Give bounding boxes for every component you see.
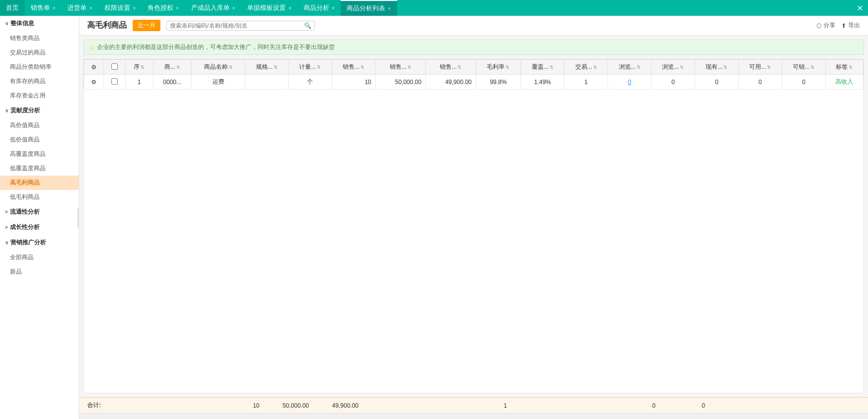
share-button[interactable]: ⬡ 分享 [817,21,835,30]
table-cell[interactable] [104,75,125,90]
col-header-checkbox[interactable] [104,60,125,75]
footer-sales-profit: 49,900.00 [319,402,358,409]
col-header-trade[interactable]: 交易...⇅ [564,60,608,75]
sidebar-item-交易过的商品[interactable]: 交易过的商品 [0,46,79,60]
export-button[interactable]: ⬆ 导出 [841,21,860,30]
info-text: 企业的主要的利润都是这部分商品创造的，可考虑加大推广，同时关注库存是不要出现缺货 [97,43,335,51]
search-input[interactable] [170,22,302,29]
nav-item-首页[interactable]: 首页 [0,0,25,16]
sidebar-item-高毛利商品[interactable]: 高毛利商品 [0,176,79,190]
select-all-checkbox[interactable] [111,63,118,70]
sidebar-collapse-button[interactable]: « [78,208,79,228]
col-header-sellable_stock[interactable]: 可销...⇅ [782,60,825,75]
sidebar-group-title-text: 成长性分析 [10,223,40,232]
sidebar-item-高覆盖度商品[interactable]: 高覆盖度商品 [0,147,79,161]
footer-sales-qty: 10 [220,402,259,409]
footer-sales-amount: 50,000.00 [269,402,309,409]
col-header-name[interactable]: 商品名称⇅ [192,60,245,75]
nav-close-角色授权[interactable]: × [176,5,179,11]
sidebar-group-营销推广分析[interactable]: ∨营销推广分析 [0,235,79,250]
nav-item-产成品入库单[interactable]: 产成品入库单 × [185,0,241,16]
row-checkbox[interactable] [111,78,118,85]
nav-item-单据模板设置[interactable]: 单据模板设置 × [241,0,297,16]
sidebar-item-低毛利商品[interactable]: 低毛利商品 [0,190,79,204]
col-header-spec[interactable]: 规格...⇅ [245,60,289,75]
sidebar-item-低覆盖度商品[interactable]: 低覆盖度商品 [0,161,79,176]
table-cell [245,75,289,90]
sidebar-group-title-text: 整体信息 [10,19,34,28]
nav-close-商品分析[interactable]: × [332,5,335,11]
footer-available-stock: 0 [665,402,705,409]
nav-item-权限设置[interactable]: 权限设置 × [99,0,142,16]
col-header-coverage[interactable]: 覆盖...⇅ [521,60,564,75]
nav-item-角色授权[interactable]: 角色授权 × [142,0,185,16]
sidebar-item-库存资金占用[interactable]: 库存资金占用 [0,89,79,103]
nav-item-商品分析[interactable]: 商品分析 × [298,0,341,16]
row-settings[interactable]: ⚙ [84,75,104,90]
col-header-tag[interactable]: 标签⇅ [825,60,863,75]
table-cell: 1 [564,75,608,90]
table-cell[interactable]: 0 [608,75,652,90]
info-icon: ◇ [90,44,94,51]
filter-recent-month-button[interactable]: 近一月 [133,20,160,31]
col-header-current_stock[interactable]: 现有...⇅ [695,60,738,75]
export-icon: ⬆ [841,22,846,29]
col-header-index[interactable]: 序⇅ [125,60,153,75]
col-header-code[interactable]: 商...⇅ [153,60,191,75]
sidebar-group-整体信息[interactable]: ∨整体信息 [0,16,79,31]
horizontal-scrollbar[interactable] [79,413,868,419]
search-icon[interactable]: 🔍 [304,22,311,29]
sidebar-group-arrow: > [5,209,8,215]
nav-item-销售单[interactable]: 销售单 × [25,0,61,16]
sidebar-item-销售类商品[interactable]: 销售类商品 [0,31,79,46]
table-cell: 个 [288,75,332,90]
table-cell: 50,000.00 [375,75,425,90]
sidebar-group-流通性分析[interactable]: >流通性分析 [0,204,79,220]
nav-close-进货单[interactable]: × [89,5,92,11]
sidebar-item-全部商品[interactable]: 全部商品 [0,250,79,265]
sidebar-group-title-text: 营销推广分析 [10,238,46,247]
table-cell: 0 [738,75,782,90]
col-header-available_stock[interactable]: 可用...⇅ [738,60,782,75]
col-header-view2[interactable]: 浏览...⇅ [651,60,695,75]
sidebar-item-有库存的商品[interactable]: 有库存的商品 [0,74,79,89]
nav-close-权限设置[interactable]: × [133,5,136,11]
col-header-settings[interactable]: ⚙ [84,60,104,75]
table-cell: 0 [782,75,825,90]
table-cell: 49,900.00 [426,75,476,90]
col-header-sales_qty[interactable]: 销售...⇅ [332,60,375,75]
table-wrapper: ⚙序⇅商...⇅商品名称⇅规格...⇅计量...⇅销售...⇅销售...⇅销售.… [83,59,864,393]
sidebar-item-高价值商品[interactable]: 高价值商品 [0,118,79,133]
nav-close-单据模板设置[interactable]: × [288,5,291,11]
col-header-unit[interactable]: 计量...⇅ [288,60,332,75]
col-header-view1[interactable]: 浏览...⇅ [608,60,652,75]
nav-close-销售单[interactable]: × [52,5,55,11]
col-header-sales_profit[interactable]: 销售...⇅ [426,60,476,75]
content-area: 高毛利商品 近一月 🔍 ⬡ 分享 ⬆ 导出 ◇ 企业的主要的利润都是这部分商品创… [79,16,868,419]
sidebar-group-arrow: ∨ [5,240,8,245]
sidebar-group-title-text: 贡献度分析 [10,106,40,115]
table-cell: 高收入 [825,75,863,90]
nav-close-产成品入库单[interactable]: × [232,5,235,11]
footer-current-stock: 0 [616,402,656,409]
table-footer: 合计: 10 50,000.00 49,900.00 1 0 0 [79,397,868,413]
col-header-sales_amount[interactable]: 销售...⇅ [375,60,425,75]
sidebar-item-低价值商品[interactable]: 低价值商品 [0,133,79,147]
sidebar-item-新品[interactable]: 新品 [0,265,79,279]
table-row: ⚙10000...运费个1050,000.0049,900.0099.8%1.4… [84,75,864,90]
sidebar-group-title-text: 流通性分析 [10,208,40,216]
col-header-gross_margin[interactable]: 毛利率⇅ [476,60,521,75]
nav-item-进货单[interactable]: 进货单 × [61,0,98,16]
sidebar-group-贡献度分析[interactable]: ∨贡献度分析 [0,103,79,118]
sidebar-group-成长性分析[interactable]: >成长性分析 [0,220,79,235]
table-cell: 1 [125,75,153,90]
sidebar-group-arrow: ∨ [5,108,8,113]
table-cell: 10 [332,75,375,90]
table-cell: 0000... [153,75,191,90]
table-cell: 0 [695,75,738,90]
nav-close-商品分析列表[interactable]: × [388,5,391,11]
table-cell: 99.8% [476,75,521,90]
close-all-tabs[interactable]: ✕ [852,3,868,13]
nav-item-商品分析列表[interactable]: 商品分析列表 × [341,0,397,16]
sidebar-item-商品分类助销率[interactable]: 商品分类助销率 [0,60,79,74]
